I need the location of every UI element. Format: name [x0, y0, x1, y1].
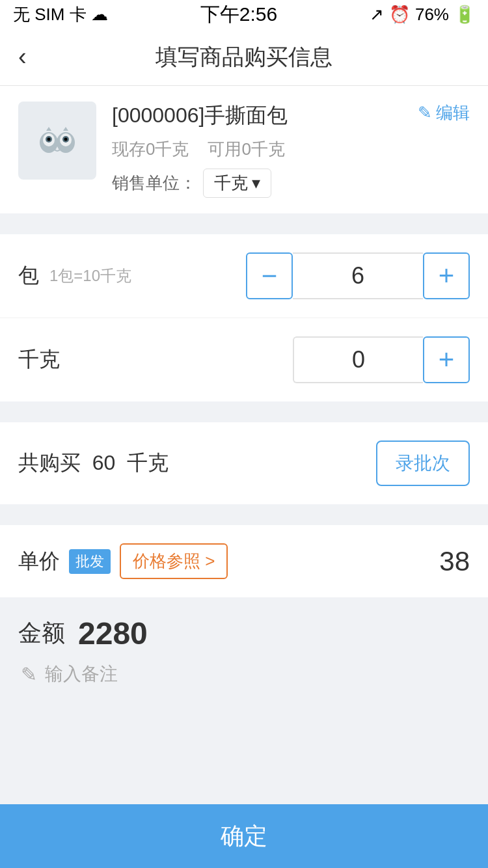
amount-section: 金额 2280 ✎ 输入备注	[0, 597, 488, 702]
bao-quantity-input[interactable]	[293, 252, 423, 299]
status-bar: 无 SIM 卡 ☁ 下午2:56 ↗ ⏰ 76% 🔋	[0, 0, 488, 29]
remark-placeholder: 输入备注	[45, 662, 118, 686]
amount-label: 金额	[18, 617, 65, 649]
kg-quantity-row: 千克 +	[0, 318, 488, 401]
kg-label: 千克	[18, 346, 60, 374]
bao-quantity-row: 包 1包=10千克 − +	[0, 234, 488, 318]
divider-2	[0, 412, 488, 422]
pencil-icon: ✎	[21, 663, 37, 686]
total-text: 共购买 60 千克	[18, 449, 169, 478]
kg-controls: +	[293, 336, 470, 383]
svg-point-6	[47, 138, 51, 141]
unit-select[interactable]: 千克 ▾	[203, 169, 271, 198]
kg-quantity-input[interactable]	[293, 336, 423, 383]
bao-hint: 1包=10千克	[49, 265, 131, 286]
amount-row: 金额 2280	[18, 616, 470, 651]
price-section: 单价 批发 价格参照 > 38	[0, 525, 488, 597]
back-button[interactable]: ‹	[18, 43, 27, 71]
quantity-section: 包 1包=10千克 − + 千克 +	[0, 234, 488, 401]
divider-1	[0, 224, 488, 234]
sim-status: 无 SIM 卡 ☁	[13, 3, 108, 26]
amount-value: 2280	[78, 616, 148, 651]
product-image	[18, 102, 96, 180]
status-right: ↗ ⏰ 76% 🔋	[370, 5, 475, 25]
battery-level: 76%	[415, 5, 449, 25]
batch-button[interactable]: 录批次	[376, 441, 470, 486]
edit-button[interactable]: ✎ 编辑	[418, 102, 470, 124]
bao-plus-button[interactable]: +	[423, 252, 470, 299]
status-time: 下午2:56	[200, 1, 277, 28]
svg-point-7	[64, 138, 68, 141]
product-name: [0000006]手撕面包	[112, 102, 288, 130]
battery-icon: 🔋	[454, 5, 475, 25]
price-label: 单价 批发 价格参照 >	[18, 543, 228, 579]
product-info-section: [0000006]手撕面包 ✎ 编辑 现存0千克 可用0千克 销售单位： 千克 …	[0, 86, 488, 213]
product-details: [0000006]手撕面包 ✎ 编辑 现存0千克 可用0千克 销售单位： 千克 …	[112, 102, 470, 198]
location-icon: ↗	[370, 5, 384, 25]
status-left: 无 SIM 卡 ☁	[13, 3, 108, 26]
divider-3	[0, 515, 488, 525]
price-tag: 批发	[69, 549, 111, 574]
bao-minus-button[interactable]: −	[246, 252, 293, 299]
page-title: 填写商品购买信息	[156, 42, 332, 72]
alarm-icon: ⏰	[389, 5, 410, 25]
dropdown-icon: ▾	[252, 173, 260, 193]
price-value: 38	[439, 546, 470, 577]
confirm-button[interactable]: 确定	[0, 804, 488, 868]
price-ref-button[interactable]: 价格参照 >	[120, 543, 228, 579]
product-unit-row: 销售单位： 千克 ▾	[112, 169, 470, 198]
bao-label: 包 1包=10千克	[18, 262, 131, 290]
product-info-row: [0000006]手撕面包 ✎ 编辑 现存0千克 可用0千克 销售单位： 千克 …	[0, 86, 488, 213]
total-section: 共购买 60 千克 录批次	[0, 422, 488, 504]
remark-row[interactable]: ✎ 输入备注	[18, 662, 470, 686]
total-amount: 60	[92, 451, 116, 474]
edit-icon: ✎	[418, 103, 432, 123]
nav-bar: ‹ 填写商品购买信息	[0, 29, 488, 86]
kg-plus-button[interactable]: +	[423, 336, 470, 383]
product-stock: 现存0千克 可用0千克	[112, 138, 470, 161]
bao-controls: − +	[246, 252, 470, 299]
